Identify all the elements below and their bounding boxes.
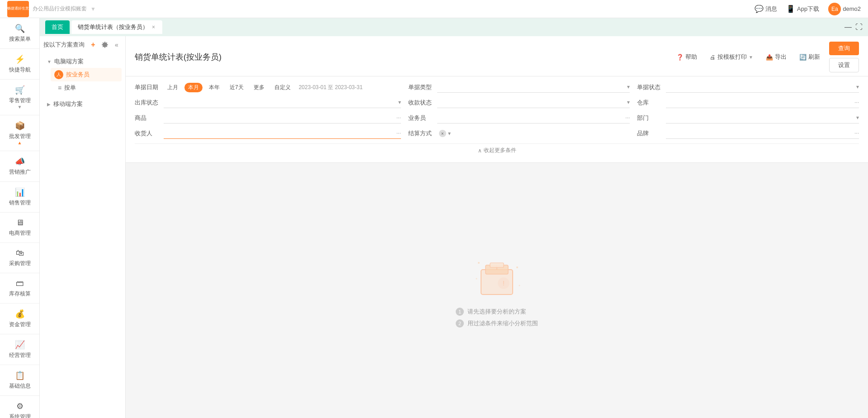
leaf-salesperson-icon: 人 [54,70,63,79]
date-btn-lastmonth[interactable]: 上月 [164,83,182,92]
date-btn-7days[interactable]: 近7天 [226,83,247,92]
sidebar-label-system: 系统管理 [9,413,31,418]
doc-type-chevron[interactable]: ▾ [627,84,630,90]
query-button[interactable]: 查询 [829,42,859,55]
page-title: 销货单统计表(按业务员) [135,52,222,62]
print-button[interactable]: 🖨 按模板打印 ▼ [706,51,757,63]
date-btn-more[interactable]: 更多 [250,83,268,92]
receipt-status-input[interactable] [437,97,630,108]
tab-minimize-icon[interactable]: — [844,23,852,31]
sidebar-item-inventory[interactable]: 🗃 库存核算 [0,273,39,304]
filter-receipt-status-label: 收款状态 [408,99,434,107]
payment-clear-button[interactable]: × [439,130,446,137]
subtitle-expand-icon[interactable]: ▼ [90,6,96,12]
sidebar-item-marketing[interactable]: 📣 营销推广 [0,151,39,182]
date-btn-thisyear[interactable]: 本年 [205,83,223,92]
tree-mobile-group: ▶ 移动端方案 [43,96,122,112]
brand-input[interactable] [666,128,859,139]
lp-add-button[interactable]: + [88,40,98,50]
sidebar-item-ecommerce[interactable]: 🖥 电商管理 [0,213,39,243]
department-input[interactable] [666,113,859,124]
tree-desktop-group: ▼ 电脑端方案 人 按业务员 ≡ 按单 [43,53,122,96]
doc-type-input[interactable] [437,82,630,93]
sales-icon: 📊 [15,187,25,197]
receiver-dots[interactable]: ··· [396,130,401,136]
date-btn-thismonth[interactable]: 本月 [184,83,203,92]
sidebar-label-marketing: 营销推广 [9,168,31,176]
left-panel: 按以下方案查询 + « ▼ 电脑端方案 [40,36,126,418]
filter-brand-control: ··· [666,128,859,139]
sidebar-label-retail: 零售管理 [9,97,31,104]
sidebar-item-basic[interactable]: 📋 基础信息 [0,365,39,396]
filter-salesperson-control: ··· [437,113,630,124]
sidebar-item-wholesale[interactable]: 📦 批发管理 ▲ [0,115,39,151]
sidebar-item-operations[interactable]: 📈 经营管理 [0,334,39,365]
svg-text:!: ! [503,280,505,287]
tab-close-button[interactable]: × [151,23,156,31]
content-area: 首页 销货单统计表（按业务员） × — ⛶ 按以下方案查询 [40,18,868,418]
warehouse-dots[interactable]: ··· [854,99,859,105]
goods-dots[interactable]: ··· [396,114,401,121]
tree-desktop-header[interactable]: ▼ 电脑端方案 [43,55,122,68]
out-status-input[interactable] [164,97,401,108]
sidebar-item-sales[interactable]: 📊 销售管理 [0,182,39,213]
sidebar-label-sales: 销售管理 [9,199,31,207]
sidebar-item-system[interactable]: ⚙ 系统管理 [0,396,39,418]
receiver-input[interactable] [164,128,401,139]
top-bar-right: 💬 消息 📱 App下载 Ea demo2 [755,3,861,15]
out-status-chevron[interactable]: ▾ [398,99,401,105]
message-button[interactable]: 💬 消息 [755,5,777,13]
tree-desktop-label: 电脑端方案 [54,57,84,66]
tree-leaf-salesperson[interactable]: 人 按业务员 [51,68,122,81]
filter-receipt-status-control: ▾ [437,97,630,108]
help-button[interactable]: ❓ 帮助 [673,51,701,63]
tab-maximize-icon[interactable]: ⛶ [855,23,863,31]
lp-settings-button[interactable] [100,40,110,50]
tab-home[interactable]: 首页 [45,20,70,34]
message-label: 消息 [765,5,777,13]
tree-mobile-header[interactable]: ▶ 移动端方案 [43,98,122,110]
filter-brand-label: 品牌 [637,129,662,138]
tab-bar: 首页 销货单统计表（按业务员） × — ⛶ [40,18,868,36]
salesperson-dots[interactable]: ··· [625,114,630,121]
operations-icon: 📈 [15,340,25,350]
collapse-button[interactable]: ∧ 收起更多条件 [135,143,859,157]
brand-dots[interactable]: ··· [854,130,859,136]
sidebar-item-quicknav[interactable]: ⚡ 快捷导航 [0,49,39,80]
tab-salesperson-stats[interactable]: 销货单统计表（按业务员） × [71,20,162,34]
sidebar-item-purchase[interactable]: 🛍 采购管理 [0,243,39,273]
sidebar-item-search[interactable]: 🔍 搜索菜单 [0,18,39,49]
tree-leaf-order[interactable]: ≡ 按单 [51,81,122,94]
lp-collapse-button[interactable]: « [112,40,122,50]
page-actions: ❓ 帮助 🖨 按模板打印 ▼ 📤 导出 [673,42,859,72]
date-btn-custom[interactable]: 自定义 [271,83,294,92]
leaf-order-label: 按单 [64,84,76,92]
warehouse-input[interactable] [666,97,859,108]
export-button[interactable]: 📤 导出 [762,51,790,63]
user-profile[interactable]: Ea demo2 [828,3,861,15]
refresh-button[interactable]: 🔄 刷新 [796,51,824,63]
payment-chevron[interactable]: ▾ [448,130,451,137]
sidebar-item-finance[interactable]: 💰 资金管理 [0,304,39,334]
top-bar-left: 畅捷通好生意 办公用品行业模拟账套 ▼ [7,1,96,17]
system-icon: ⚙ [16,401,24,411]
goods-input[interactable] [164,113,401,124]
filter-salesperson: 业务员 ··· [408,113,630,124]
settings-button[interactable]: 设置 [829,58,859,72]
page-area: 按以下方案查询 + « ▼ 电脑端方案 [40,36,868,418]
sidebar-label-inventory: 库存核算 [9,290,31,298]
receipt-status-chevron[interactable]: ▾ [627,99,630,105]
sidebar-label-purchase: 采购管理 [9,260,31,267]
filter-department-label: 部门 [637,114,662,122]
department-chevron[interactable]: ▾ [856,114,859,121]
query-btn-group: 查询 设置 [829,42,859,72]
svg-rect-6 [490,263,504,267]
salesperson-input[interactable] [437,113,630,124]
empty-state: ! 1 请 [456,254,538,328]
filter-payment: 结算方式 × ▾ [408,129,630,138]
doc-status-chevron[interactable]: ▾ [856,84,859,90]
filter-warehouse-control: ··· [666,97,859,108]
sidebar-item-retail[interactable]: 🛒 零售管理 ▼ [0,80,39,115]
doc-status-input[interactable] [666,82,859,93]
app-download-button[interactable]: 📱 App下载 [786,5,819,13]
